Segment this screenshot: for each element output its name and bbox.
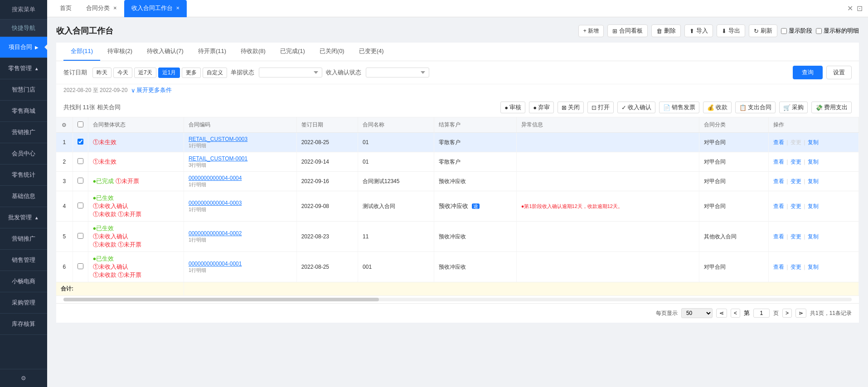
contract-board-button[interactable]: ⊞ 合同看板 bbox=[607, 24, 648, 37]
expense-contract-button[interactable]: 📋 支出合同 bbox=[735, 102, 776, 113]
delete-button[interactable]: 🗑 删除 bbox=[651, 24, 681, 37]
collection-button[interactable]: 💰 收款 bbox=[703, 102, 732, 113]
page-size-select[interactable]: 50 100 200 bbox=[681, 308, 713, 318]
abandon-button[interactable]: ● 弃审 bbox=[529, 102, 554, 113]
sidebar-item-retail-mall[interactable]: 零售商城 bbox=[0, 101, 47, 122]
tab-income-workbench-close[interactable]: × bbox=[176, 5, 180, 11]
date-btn-yesterday[interactable]: 昨天 bbox=[92, 68, 112, 78]
doc-status-select[interactable] bbox=[259, 68, 322, 77]
window-close-btn[interactable]: ✕ bbox=[847, 4, 853, 13]
page-number-input[interactable] bbox=[753, 309, 770, 318]
sidebar-item-smart-store[interactable]: 智慧门店 bbox=[0, 79, 47, 101]
contract-code-link[interactable]: RETAIL_CUSTOM-0001 bbox=[189, 155, 247, 162]
view-btn[interactable]: 查看 bbox=[773, 233, 784, 240]
income-confirm-button[interactable]: ✓ 收入确认 bbox=[617, 102, 655, 113]
filter-tab-changed[interactable]: 已变更(4) bbox=[352, 43, 391, 61]
sidebar-item-marketing2[interactable]: 营销推广 bbox=[0, 228, 47, 250]
filter-tab-closed[interactable]: 已关闭(0) bbox=[312, 43, 352, 61]
select-all-checkbox[interactable] bbox=[78, 121, 83, 127]
open-button[interactable]: ⊡ 打开 bbox=[587, 102, 614, 113]
sidebar-item-retail-stats[interactable]: 零售统计 bbox=[0, 164, 47, 186]
tab-home[interactable]: 首页 bbox=[53, 0, 79, 17]
view-btn[interactable]: 查看 bbox=[773, 178, 784, 184]
sidebar-search[interactable]: 搜索菜单 bbox=[0, 0, 47, 19]
expense-out-button[interactable]: 💸 费用支出 bbox=[811, 102, 852, 113]
sidebar-quick-nav[interactable]: 快捷导航 bbox=[0, 19, 47, 37]
horizontal-scrollbar[interactable] bbox=[63, 298, 852, 301]
edit-btn[interactable]: 变更 bbox=[790, 178, 801, 184]
show-stages-checkbox[interactable]: 显示阶段 bbox=[781, 27, 812, 35]
filter-tab-pending-audit[interactable]: 待审核(2) bbox=[100, 43, 140, 61]
filter-tab-pending-income[interactable]: 待收入确认(7) bbox=[140, 43, 191, 61]
contract-code-link[interactable]: 0000000000004-0001 bbox=[189, 261, 242, 267]
sidebar-item-project[interactable]: 项目合同 ▶ bbox=[0, 37, 47, 58]
first-page-btn[interactable]: ⋖ bbox=[716, 309, 727, 318]
new-button[interactable]: + 新增 bbox=[578, 25, 604, 37]
date-btn-1month[interactable]: 近1月 bbox=[158, 68, 180, 78]
sidebar-settings[interactable]: ⚙ bbox=[0, 369, 47, 387]
copy-btn[interactable]: 复制 bbox=[808, 264, 819, 270]
row-checkbox[interactable] bbox=[78, 158, 83, 164]
query-button[interactable]: 查询 bbox=[793, 66, 823, 79]
import-button[interactable]: ⬆ 导入 bbox=[684, 24, 713, 37]
refresh-button[interactable]: ↻ 刷新 bbox=[749, 24, 777, 37]
sidebar-item-sales-manage[interactable]: 销售管理 bbox=[0, 250, 47, 271]
tab-income-workbench[interactable]: 收入合同工作台 × bbox=[124, 0, 187, 17]
row-checkbox[interactable] bbox=[78, 233, 83, 239]
row-checkbox[interactable] bbox=[78, 263, 83, 269]
edit-btn[interactable]: 变更 bbox=[790, 139, 801, 145]
th-checkbox[interactable] bbox=[73, 117, 88, 133]
date-btn-more[interactable]: 更多 bbox=[182, 68, 201, 78]
filter-tab-completed[interactable]: 已完成(1) bbox=[273, 43, 312, 61]
edit-btn[interactable]: 变更 bbox=[790, 159, 801, 165]
show-detail-checkbox[interactable]: 显示标的明细 bbox=[816, 27, 859, 35]
view-btn[interactable]: 查看 bbox=[773, 264, 784, 270]
row-checkbox[interactable] bbox=[78, 139, 83, 145]
copy-btn[interactable]: 复制 bbox=[808, 159, 819, 165]
sidebar-item-retail-manage[interactable]: 零售管理 ▲ bbox=[0, 58, 47, 79]
edit-btn[interactable]: 变更 bbox=[790, 233, 801, 240]
scrollbar-thumb[interactable] bbox=[63, 298, 379, 301]
date-btn-7days[interactable]: 近7天 bbox=[134, 68, 156, 78]
sidebar-item-basic-info[interactable]: 基础信息 bbox=[0, 186, 47, 207]
edit-btn[interactable]: 变更 bbox=[790, 264, 801, 270]
last-page-btn[interactable]: ⋗ bbox=[795, 309, 806, 318]
copy-btn[interactable]: 复制 bbox=[808, 203, 819, 209]
filter-tab-pending-collection[interactable]: 待收款(8) bbox=[233, 43, 273, 61]
audit-button[interactable]: ● 审核 bbox=[500, 102, 525, 113]
export-button[interactable]: ⬇ 导出 bbox=[717, 24, 745, 37]
sidebar-item-wholesale[interactable]: 批发管理 ▲ bbox=[0, 207, 47, 228]
next-page-btn[interactable]: > bbox=[782, 309, 792, 318]
prev-page-btn[interactable]: < bbox=[731, 309, 740, 318]
filter-tab-all[interactable]: 全部(11) bbox=[63, 43, 100, 61]
copy-btn[interactable]: 复制 bbox=[808, 178, 819, 184]
sidebar-item-inventory[interactable]: 库存核算 bbox=[0, 314, 47, 335]
contract-code-link[interactable]: RETAIL_CUSTOM-0003 bbox=[189, 136, 247, 142]
income-confirm-select[interactable] bbox=[366, 68, 429, 77]
contract-code-link[interactable]: 0000000000004-0003 bbox=[189, 200, 242, 206]
contract-code-link[interactable]: 0000000000004-0004 bbox=[189, 175, 242, 181]
purchase-button[interactable]: 🛒 采购 bbox=[779, 102, 808, 113]
date-btn-custom[interactable]: 自定义 bbox=[203, 68, 227, 78]
view-btn[interactable]: 查看 bbox=[773, 139, 784, 145]
sales-invoice-button[interactable]: 📄 销售发票 bbox=[659, 102, 699, 113]
tab-contract-category-close[interactable]: × bbox=[113, 5, 117, 11]
view-btn[interactable]: 查看 bbox=[773, 159, 784, 165]
setting-button[interactable]: 设置 bbox=[826, 66, 852, 79]
expand-conditions-button[interactable]: ∨ 展开更多条件 bbox=[131, 86, 172, 94]
contract-code-link[interactable]: 0000000000004-0002 bbox=[189, 230, 242, 237]
sidebar-item-member[interactable]: 会员中心 bbox=[0, 143, 47, 164]
tab-contract-category[interactable]: 合同分类 × bbox=[79, 0, 124, 17]
sidebar-item-marketing[interactable]: 营销推广 bbox=[0, 122, 47, 143]
copy-btn[interactable]: 复制 bbox=[808, 233, 819, 240]
copy-btn[interactable]: 复制 bbox=[808, 139, 819, 145]
view-btn[interactable]: 查看 bbox=[773, 203, 784, 209]
window-maximize-btn[interactable]: ⊡ bbox=[857, 4, 863, 13]
sidebar-item-ecommerce[interactable]: 小畅电商 bbox=[0, 271, 47, 292]
edit-btn[interactable]: 变更 bbox=[790, 203, 801, 209]
row-checkbox[interactable] bbox=[78, 178, 83, 184]
sidebar-item-purchase[interactable]: 采购管理 bbox=[0, 292, 47, 314]
filter-tab-pending-invoice[interactable]: 待开票(11) bbox=[191, 43, 233, 61]
th-settings[interactable]: ⚙ bbox=[56, 117, 73, 133]
date-btn-today[interactable]: 今天 bbox=[113, 68, 132, 78]
